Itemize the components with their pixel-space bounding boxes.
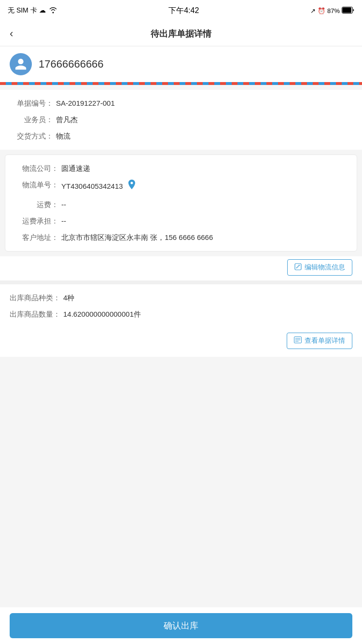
salesperson-label: 业务员：	[10, 114, 53, 126]
doc-number-label: 单据编号：	[10, 98, 53, 109]
confirm-button[interactable]: 确认出库	[10, 613, 352, 638]
logistics-company-label: 物流公司：	[15, 163, 58, 174]
tracking-number-value: YT4306405342413	[58, 179, 347, 194]
freight-row: 运费： --	[15, 199, 347, 210]
dashed-divider	[0, 82, 362, 85]
status-time: 下午4:42	[168, 6, 199, 16]
address-label: 客户地址：	[15, 232, 58, 243]
goods-type-value: 4种	[60, 292, 352, 304]
address-value: 北京市市辖区海淀区永丰南 张，156 6666 6666	[58, 232, 347, 243]
goods-quantity-value: 14.620000000000001件	[60, 308, 352, 320]
detail-btn-label: 查看单据详情	[305, 336, 345, 345]
edit-logistics-button[interactable]: 编辑物流信息	[287, 259, 352, 276]
battery-icon	[342, 7, 354, 15]
nav-bar: ‹ 待出库单据详情	[0, 21, 362, 46]
delivery-method-value: 物流	[53, 130, 352, 142]
edit-btn-label: 编辑物流信息	[305, 263, 345, 272]
logistics-section: 物流公司： 圆通速递 物流单号： YT4306405342413 运费： --	[5, 154, 357, 252]
location-status-icon: ↗	[310, 7, 316, 14]
tracking-number-label: 物流单号：	[15, 179, 58, 191]
doc-number-row: 单据编号： SA-20191227-001	[10, 98, 352, 109]
view-detail-button[interactable]: 查看单据详情	[287, 333, 352, 349]
wifi-icon	[49, 7, 57, 15]
empty-space	[0, 357, 362, 453]
logistics-company-value: 圆通速递	[58, 163, 347, 174]
goods-type-row: 出库商品种类： 4种	[10, 292, 352, 304]
goods-section: 出库商品种类： 4种 出库商品数量： 14.620000000000001件	[0, 284, 362, 328]
doc-number-value: SA-20191227-001	[53, 98, 352, 109]
status-left: 无 SIM 卡 ☁	[8, 6, 57, 15]
freight-bearer-label: 运费承担：	[15, 215, 58, 227]
logistics-company-row: 物流公司： 圆通速递	[15, 163, 347, 174]
goods-quantity-label: 出库商品数量：	[10, 308, 60, 320]
address-row: 客户地址： 北京市市辖区海淀区永丰南 张，156 6666 6666	[15, 232, 347, 243]
edit-icon	[294, 263, 302, 272]
goods-quantity-row: 出库商品数量： 14.620000000000001件	[10, 308, 352, 320]
detail-btn-icon	[294, 336, 302, 345]
section-divider	[0, 280, 362, 284]
battery-percent: 87%	[327, 7, 340, 14]
delivery-method-label: 交货方式：	[10, 130, 53, 142]
user-header: 17666666666	[0, 46, 362, 82]
freight-bearer-row: 运费承担： --	[15, 215, 347, 227]
page-title: 待出库单据详情	[151, 28, 211, 40]
delivery-method-row: 交货方式： 物流	[10, 130, 352, 142]
status-bar: 无 SIM 卡 ☁ 下午4:42 ↗ ⏰ 87%	[0, 0, 362, 21]
main-content: 无 SIM 卡 ☁ 下午4:42 ↗ ⏰ 87%	[0, 0, 362, 492]
status-right: ↗ ⏰ 87%	[310, 7, 354, 15]
freight-label: 运费：	[15, 199, 58, 210]
alarm-icon: ⏰	[318, 7, 325, 14]
edit-btn-row: 编辑物流信息	[0, 256, 362, 280]
tracking-number-row: 物流单号： YT4306405342413	[15, 179, 347, 194]
sim-status: 无 SIM 卡 ☁	[8, 6, 46, 15]
avatar	[10, 53, 32, 75]
person-icon	[14, 57, 28, 71]
document-info-section: 单据编号： SA-20191227-001 业务员： 曾凡杰 交货方式： 物流	[0, 90, 362, 150]
svg-rect-1	[342, 7, 351, 13]
freight-value: --	[58, 199, 347, 210]
salesperson-row: 业务员： 曾凡杰	[10, 114, 352, 126]
goods-type-label: 出库商品种类：	[10, 292, 60, 304]
user-phone: 17666666666	[39, 58, 104, 70]
back-button[interactable]: ‹	[8, 24, 19, 44]
detail-btn-row: 查看单据详情	[0, 328, 362, 357]
tracking-location-icon[interactable]	[127, 179, 137, 194]
confirm-btn-area: 确认出库	[0, 607, 362, 644]
salesperson-value: 曾凡杰	[53, 114, 352, 126]
freight-bearer-value: --	[58, 215, 347, 227]
